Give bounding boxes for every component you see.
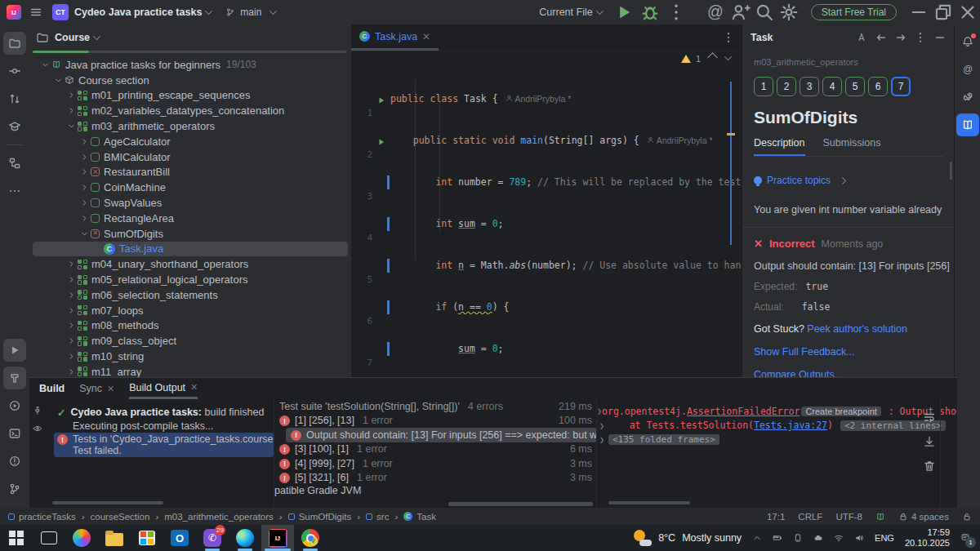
phone-link-icon[interactable] [793,533,803,543]
readonly-toggle-icon[interactable] [962,512,972,522]
tree-item-m08-methods[interactable]: m08_methods [33,318,348,334]
pin-icon[interactable] [33,406,42,415]
weather-widget[interactable]: 8°C Mostly sunny [634,530,742,546]
taskbar-app-copilot[interactable] [65,525,98,551]
compare-outputs-link[interactable]: Compare Outputs... [754,369,943,377]
tool-gradle-button[interactable] [956,86,979,109]
ai-icon[interactable]: @ [703,0,728,24]
tree-item-swapvalues[interactable]: SwapValues [33,195,348,211]
indent-setting[interactable]: 4 spaces [898,512,949,522]
line-ending[interactable]: CRLF [798,512,822,522]
tool-more-h-button[interactable] [3,180,26,202]
inspections-widget[interactable]: 1 [681,54,732,64]
tree-item-rectanglearea[interactable]: RectangleArea [33,211,348,226]
wrap-icon[interactable] [923,411,936,424]
tool-structure-button[interactable] [3,152,26,175]
minimize-icon[interactable] [906,0,931,24]
tool-pull-request-button[interactable] [3,87,26,110]
build-row[interactable]: Executing post-compile tasks... [54,420,274,433]
step-5[interactable]: 5 [845,77,865,96]
run-line-icon[interactable] [377,136,385,144]
step-4[interactable]: 4 [822,77,842,96]
debug-button-icon[interactable] [638,0,662,24]
caret-position[interactable]: 17:1 [767,512,785,522]
tool-commit-button[interactable] [3,60,26,82]
tree-item-m02-variables-datatypes-concatenation[interactable]: m02_variables_datatypes_concatenation [33,103,348,118]
tree-item-m04-unary-shorthand-operators[interactable]: m04_unary_shorthand_operators [33,256,348,272]
search-icon[interactable] [752,0,777,24]
course-progress-icon[interactable] [875,512,885,522]
hide-icon[interactable] [933,31,947,44]
close-icon[interactable] [956,0,980,24]
tool-problems-button[interactable] [3,450,26,473]
tree-item-sumofdigits[interactable]: ✕ SumOfDigits [33,226,348,242]
tree-item-task-java[interactable]: C Task.java [33,242,348,257]
breadcrumb-task[interactable]: C Task [403,512,436,522]
tree-item-m03-arithmetic-operators[interactable]: m03_arithmetic_operators [33,118,348,134]
taskbar-app-intellij[interactable]: IJ [261,525,294,551]
step-1[interactable]: 1 [754,77,773,96]
scroll-end-icon[interactable] [923,435,936,448]
breadcrumb-practicetasks[interactable]: practiceTasks [8,512,76,522]
build-tab-build-output[interactable]: Build Output✕ [129,378,198,399]
test-row[interactable]: ! [5] [321], [6] 1 error 3 ms [274,471,597,486]
tree-item-java-practice-tasks-for-beginners[interactable]: Java practice tasks for beginners 19/103 [33,57,348,73]
tab-description[interactable]: Description [754,137,805,156]
tree-item-m10-string[interactable]: m10_string [33,349,348,364]
prev-warning-icon[interactable] [707,52,718,63]
project-panel-title[interactable]: Course [55,32,90,43]
vcs-widget[interactable]: main [225,7,277,18]
tree-item-bmicalculator[interactable]: BMICalculator [33,149,348,165]
user-plus-icon[interactable] [728,0,752,24]
fold-icon[interactable]: ❯ [597,421,607,430]
tree-item-agecalculator[interactable]: AgeCalculator [33,134,348,149]
tool-terminal-button[interactable] [3,422,26,445]
breadcrumb-src[interactable]: src [366,512,389,522]
scrollbar-thumb[interactable] [608,501,690,504]
tree-item-m11-array[interactable]: m11_array [33,364,348,377]
file-encoding[interactable]: UTF-8 [835,512,862,522]
more-v-icon[interactable] [914,31,927,44]
tool-notifications-button[interactable] [956,30,979,53]
close-tab-icon[interactable]: ✕ [422,31,430,42]
clock[interactable]: 17:59 20.10.2025 [905,527,950,549]
filter-icon[interactable] [33,424,42,433]
breadcrumb-coursesection[interactable]: courseSection [91,512,150,522]
step-3[interactable]: 3 [800,77,819,96]
scrollbar-thumb[interactable] [52,501,163,504]
tool-services-button[interactable] [3,394,26,417]
run-config-selector[interactable]: Current File [539,7,603,18]
tree-item-m09-class-object[interactable]: m09_class_object [33,333,348,349]
taskbar-app-store[interactable] [131,525,163,551]
step-7[interactable]: 7 [891,77,911,96]
project-selector[interactable]: Cydeo Java practice tasks [74,7,202,18]
main-menu-icon[interactable] [29,6,42,19]
tree-item-m01-printing-escape-sequences[interactable]: m01_printing_escape_sequences [33,88,348,104]
scrollbar-thumb[interactable] [950,162,952,180]
fold-icon[interactable]: ❯ [597,435,607,444]
tool-vcs-button[interactable] [3,478,26,500]
start-free-trial-button[interactable]: Start Free Trial [811,4,897,20]
step-6[interactable]: 6 [868,77,888,96]
tab-options-icon[interactable] [722,31,735,44]
peek-solution-link[interactable]: Peek author's solution [807,323,907,335]
breadcrumb-m03_arithmetic_operators[interactable]: m03_arithmetic_operators [164,512,274,522]
code-editor[interactable]: 1 public class Task { AndriiPrybyla * 2 … [351,51,742,377]
trash-icon[interactable] [923,460,936,473]
forward-icon[interactable] [894,31,907,44]
breadcrumb-sumofdigits[interactable]: SumOfDigits [288,512,352,522]
tree-item-restaurantbill[interactable]: ✕ RestaurantBill [33,165,348,180]
taskbar-app-explorer[interactable] [98,525,131,551]
tree-item-course-section[interactable]: Course section [33,73,348,88]
test-row[interactable]: ! [4] [999], [27] 1 error 3 ms [274,456,597,471]
tree-item-m06-selection-statements[interactable]: m06_selection_statements [33,287,348,303]
taskbar-app-task-view[interactable] [33,525,65,551]
tool-course-button[interactable] [956,113,979,136]
more-actions-icon[interactable] [664,0,688,24]
test-row[interactable]: Test suite 'testSolution(String[], Strin… [274,399,597,414]
tool-run-button[interactable] [3,339,26,362]
build-row[interactable]: !Tests in 'Cydeo_Java_practice_tasks.cou… [54,433,274,457]
taskbar-app-edge[interactable] [229,525,261,551]
translate-icon[interactable]: Ā [855,31,868,44]
onedrive-icon[interactable] [813,533,823,543]
